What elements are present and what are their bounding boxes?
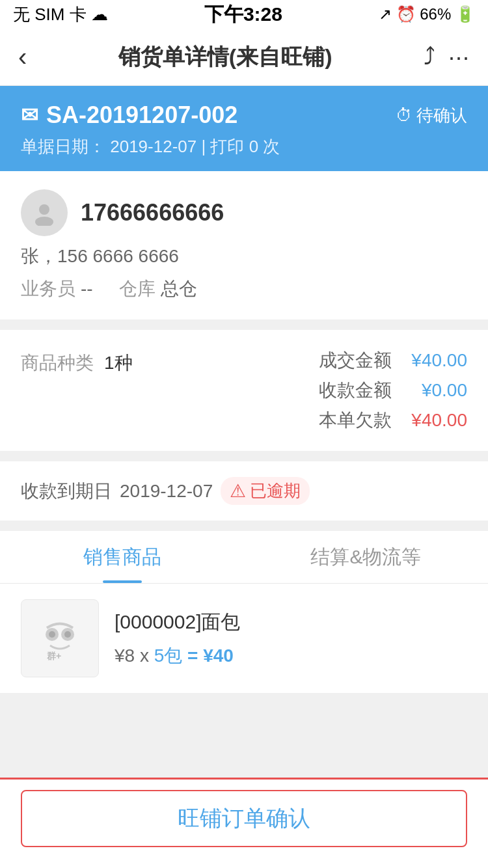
qty-text: 5包: [154, 645, 183, 666]
product-section: 群+ [0000002]面包 ¥8 x 5包 = ¥40: [0, 584, 488, 703]
order-status: ⏱ 待确认: [396, 104, 467, 127]
salesman-value: --: [81, 278, 93, 299]
order-id: ✉ SA-20191207-002: [21, 102, 237, 129]
product-type: 商品种类 1种: [21, 348, 133, 375]
customer-top: 17666666666: [21, 189, 467, 236]
tab-settlement[interactable]: 结算&物流等: [244, 531, 488, 583]
owed-amount-value: ¥40.00: [402, 410, 467, 431]
order-date-row: 单据日期： 2019-12-07 | 打印 0 次: [21, 135, 467, 158]
bottom-bar: 旺铺订单确认: [0, 778, 488, 868]
customer-meta: 业务员 -- 仓库 总仓: [21, 277, 467, 301]
overdue-icon: ⚠: [230, 480, 246, 502]
date-value: 2019-12-07: [110, 137, 197, 156]
received-amount-value: ¥0.00: [402, 380, 467, 401]
due-date-value: 2019-12-07: [120, 481, 213, 502]
nav-actions: ⤴ ···: [424, 44, 470, 71]
sim-label: 无 SIM 卡 ☁: [13, 3, 108, 26]
price-text: ¥8 x: [115, 645, 154, 666]
order-icon: ✉: [21, 103, 38, 128]
customer-name-phone: 张，156 6666 6666: [21, 244, 467, 269]
svg-point-0: [39, 204, 49, 215]
share-button[interactable]: ⤴: [424, 44, 435, 71]
salesman-item: 业务员 --: [21, 277, 93, 301]
back-button[interactable]: ‹: [18, 42, 27, 72]
warehouse-value: 总仓: [161, 277, 197, 301]
total-text: = ¥40: [182, 645, 234, 666]
deal-amount-label: 成交金额: [319, 348, 392, 373]
svg-point-5: [64, 631, 71, 638]
tab-sales-goods-label: 销售商品: [83, 544, 161, 571]
status-text: 待确认: [416, 104, 467, 127]
amount-summary: 成交金额 ¥40.00 收款金额 ¥0.00 本单欠款 ¥40.00: [319, 348, 467, 433]
owed-amount-label: 本单欠款: [319, 408, 392, 433]
svg-text:群+: 群+: [46, 651, 61, 661]
owed-amount-row: 本单欠款 ¥40.00: [319, 408, 467, 433]
product-name: [0000002]面包: [115, 609, 467, 636]
product-item: 群+ [0000002]面包 ¥8 x 5包 = ¥40: [21, 599, 467, 677]
order-header-card: ✉ SA-20191207-002 ⏱ 待确认 单据日期： 2019-12-07…: [0, 86, 488, 171]
status-clock-icon: ⏱: [396, 105, 413, 126]
order-id-row: ✉ SA-20191207-002 ⏱ 待确认: [21, 102, 467, 129]
nav-bar: ‹ 销货单详情(来自旺铺) ⤴ ···: [0, 29, 488, 86]
customer-phone: 17666666666: [81, 199, 224, 226]
customer-section: 17666666666 张，156 6666 6666 业务员 -- 仓库 总仓: [0, 171, 488, 330]
overdue-text: 已逾期: [250, 480, 301, 502]
type-label: 商品种类: [21, 351, 94, 375]
deal-amount-row: 成交金额 ¥40.00: [319, 348, 467, 373]
confirm-button-label: 旺铺订单确认: [178, 804, 310, 834]
salesman-label: 业务员: [21, 277, 75, 301]
order-id-value: SA-20191207-002: [46, 102, 237, 129]
page-title: 销货单详情(来自旺铺): [118, 42, 332, 72]
due-date-label: 收款到期日: [21, 479, 112, 504]
battery-label: ↗ ⏰ 66% 🔋: [379, 5, 475, 23]
tab-settlement-label: 结算&物流等: [310, 544, 421, 571]
status-right: ↗ ⏰ 66% 🔋: [379, 5, 475, 23]
tabs-section: 销售商品 结算&物流等: [0, 531, 488, 584]
svg-point-4: [49, 631, 55, 638]
product-price: ¥8 x 5包 = ¥40: [115, 644, 467, 668]
more-button[interactable]: ···: [448, 44, 470, 71]
warehouse-item: 仓库 总仓: [119, 277, 197, 301]
received-amount-label: 收款金额: [319, 378, 392, 403]
received-amount-row: 收款金额 ¥0.00: [319, 378, 467, 403]
status-bar: 无 SIM 卡 ☁ 下午3:28 ↗ ⏰ 66% 🔋: [0, 0, 488, 29]
status-time: 下午3:28: [204, 1, 282, 28]
due-date-section: 收款到期日 2019-12-07 ⚠ 已逾期: [0, 461, 488, 531]
deal-amount-value: ¥40.00: [402, 350, 467, 371]
date-label: 单据日期：: [21, 137, 105, 156]
summary-section: 商品种类 1种 成交金额 ¥40.00 收款金额 ¥0.00 本单欠款 ¥40.…: [0, 330, 488, 461]
type-value: 1种: [104, 351, 133, 375]
confirm-button[interactable]: 旺铺订单确认: [21, 790, 467, 847]
tab-sales-goods[interactable]: 销售商品: [0, 531, 244, 583]
status-left: 无 SIM 卡 ☁: [13, 3, 108, 26]
product-thumbnail: 群+: [34, 610, 86, 668]
overdue-badge: ⚠ 已逾期: [221, 477, 310, 505]
print-text: | 打印 0 次: [201, 137, 280, 156]
svg-point-1: [35, 217, 53, 226]
customer-avatar: [21, 189, 68, 236]
product-image: 群+: [21, 599, 99, 677]
warehouse-label: 仓库: [119, 277, 156, 301]
product-info: [0000002]面包 ¥8 x 5包 = ¥40: [115, 609, 467, 668]
